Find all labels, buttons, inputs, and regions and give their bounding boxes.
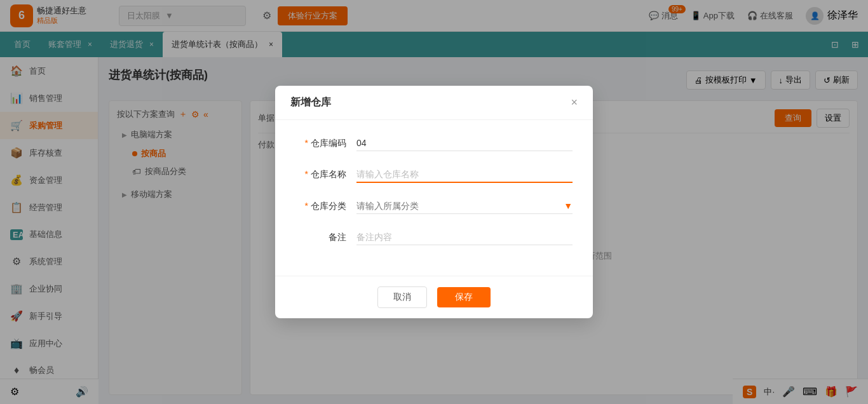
dialog-footer: 取消 保存 [275,276,593,318]
remark-input[interactable] [356,229,573,245]
dialog-title: 新增仓库 [290,96,331,109]
dialog-header: 新增仓库 × [275,86,593,120]
name-input[interactable] [356,166,573,183]
code-input[interactable] [356,135,573,151]
category-label: 仓库分类 [295,201,346,212]
remark-label: 备注 [295,232,346,243]
form-row-name: 仓库名称 [295,166,573,183]
new-warehouse-dialog: 新增仓库 × 仓库编码 仓库名称 仓库分类 ▼ [275,86,593,318]
form-row-remark: 备注 [295,229,573,245]
dialog-close-button[interactable]: × [571,96,578,109]
category-select[interactable]: ▼ [356,198,573,214]
category-input[interactable] [356,198,564,213]
modal-overlay: 新增仓库 × 仓库编码 仓库名称 仓库分类 ▼ [0,0,868,404]
form-row-category: 仓库分类 ▼ [295,198,573,214]
dialog-body: 仓库编码 仓库名称 仓库分类 ▼ 备注 [275,120,593,276]
name-label: 仓库名称 [295,169,346,180]
cancel-button[interactable]: 取消 [377,286,427,308]
save-button[interactable]: 保存 [437,287,491,307]
code-label: 仓库编码 [295,138,346,149]
category-dropdown-icon: ▼ [564,201,573,211]
form-row-code: 仓库编码 [295,135,573,151]
